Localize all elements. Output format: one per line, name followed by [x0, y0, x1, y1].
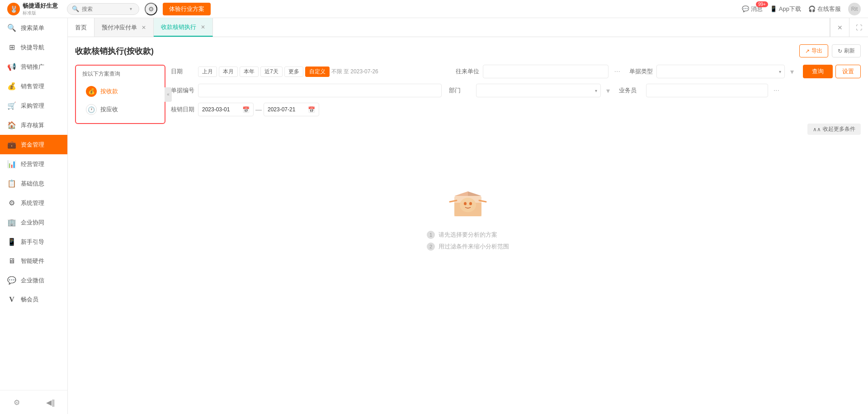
message-badge: 99+ — [756, 1, 768, 7]
export-button[interactable]: ↗ 导出 — [799, 44, 828, 57]
sidebar-item-guide[interactable]: 📱 新手引导 — [0, 232, 67, 252]
sidebar-item-member[interactable]: V 畅会员 — [0, 290, 67, 309]
setting-button[interactable]: 设置 — [835, 65, 861, 78]
filter-option-by-receivable[interactable]: 🕐 按应收 — [80, 100, 160, 119]
funds-icon: 💼 — [7, 140, 16, 149]
sidebar-item-inventory[interactable]: 🏠 库存核算 — [0, 115, 67, 135]
dept-label: 部门 — [449, 86, 472, 95]
sidebar-item-hardware[interactable]: 🖥 智能硬件 — [0, 252, 67, 271]
filter-dept-item: 部门 ▾ — [449, 84, 611, 97]
app-logo[interactable]: 🐰 畅捷通好生意 标准版 — [7, 2, 58, 16]
filter-form: 日期 上月 本月 本年 近7天 更多 自定义 — [171, 65, 861, 135]
tab-close-collection[interactable]: ✕ — [201, 24, 205, 30]
headset-icon: 🎧 — [808, 5, 816, 12]
staff-more-icon[interactable]: ··· — [772, 86, 781, 95]
warehouse-icon: 🏠 — [7, 121, 16, 129]
page-header-actions: ↗ 导出 ↻ 刷新 — [799, 44, 861, 57]
filter-section: 按以下方案查询 💰 按收款 🕐 按应收 « — [75, 65, 861, 135]
sidebar-settings-button[interactable]: ⚙ — [9, 394, 25, 410]
sidebar-item-operations[interactable]: 📊 经营管理 — [0, 154, 67, 174]
verify-date-end-input[interactable] — [268, 106, 306, 113]
date-btn-custom[interactable]: 自定义 — [305, 67, 330, 77]
filter-staff-item: 业务员 ··· — [619, 84, 781, 97]
search-icon: 🔍 — [72, 5, 79, 12]
date-btn-last-month[interactable]: 上月 — [198, 67, 217, 77]
sidebar-item-sales[interactable]: 💰 销售管理 — [0, 76, 67, 96]
dept-select[interactable] — [476, 84, 600, 97]
filter-row-2: 单据编号 部门 ▾ — [171, 84, 861, 97]
receipt-icon: 💰 — [86, 86, 97, 97]
date-label: 日期 — [171, 67, 194, 76]
tab-home[interactable]: 首页 — [68, 18, 94, 37]
industry-solution-button[interactable]: 体验行业方案 — [163, 3, 211, 15]
date-btn-this-year[interactable]: 本年 — [240, 67, 259, 77]
query-button[interactable]: 查询 — [803, 65, 833, 78]
tab-close-prepay[interactable]: ✕ — [142, 25, 146, 30]
tab-collection[interactable]: 收款核销执行 ✕ — [154, 18, 213, 37]
sidebar: 🔍 搜索菜单 ⊞ 快捷导航 📢 营销推广 💰 销售管理 🛒 采购管理 🏠 库存核… — [0, 18, 68, 414]
page-title: 收款核销执行(按收款) — [75, 46, 154, 57]
collapse-more-button[interactable]: ∧∧ 收起更多条件 — [807, 124, 861, 135]
collapse-more-container: ∧∧ 收起更多条件 — [171, 124, 861, 135]
docno-input[interactable] — [198, 84, 442, 97]
sidebar-item-wechat[interactable]: 💬 企业微信 — [0, 271, 67, 290]
date-group: 上月 本月 本年 近7天 更多 自定义 不限 至 2023-07-26 — [198, 67, 448, 77]
doctype-more-icon[interactable]: ▾ — [788, 67, 796, 76]
doctype-select[interactable] — [656, 65, 785, 78]
chevron-down-icon[interactable]: ▾ — [130, 6, 132, 11]
tab-maximize-button[interactable]: ⛶ — [849, 18, 868, 37]
date-btn-this-month[interactable]: 本月 — [219, 67, 238, 77]
svg-point-4 — [460, 198, 476, 212]
dept-chevron-icon[interactable]: ▾ — [604, 86, 612, 95]
sidebar-item-search[interactable]: 🔍 搜索菜单 — [0, 18, 67, 38]
staff-input[interactable] — [646, 84, 768, 97]
search-bar[interactable]: 🔍 ▾ — [67, 3, 139, 15]
svg-point-5 — [464, 202, 467, 205]
sidebar-item-basics[interactable]: 📋 基础信息 — [0, 174, 67, 193]
tab-prepay[interactable]: 预付冲应付单 ✕ — [94, 18, 154, 37]
refresh-icon: ↻ — [838, 48, 842, 54]
calendar-end-icon[interactable]: 📅 — [308, 106, 315, 113]
verify-date-end-wrap: 📅 — [264, 103, 319, 116]
counterpart-more-icon[interactable]: ··· — [612, 67, 622, 76]
empty-hint-2: 2 用过滤条件来缩小分析范围 — [427, 243, 509, 251]
empty-hint-1: 1 请先选择要分析的方案 — [427, 231, 509, 239]
user-menu[interactable]: Rit — [848, 3, 861, 15]
filter-counterpart-item: 往来单位 ··· — [456, 65, 622, 78]
sidebar-item-marketing[interactable]: 📢 营销推广 — [0, 57, 67, 76]
counterpart-label: 往来单位 — [456, 67, 479, 76]
hint-num-2: 2 — [427, 243, 435, 251]
staff-label: 业务员 — [619, 86, 642, 95]
date-btn-more[interactable]: 更多 — [284, 67, 303, 77]
verify-date-start-input[interactable] — [202, 106, 241, 113]
hint-num-1: 1 — [427, 231, 435, 239]
sidebar-item-system[interactable]: ⚙ 系统管理 — [0, 193, 67, 213]
svg-marker-1 — [454, 191, 468, 196]
sidebar-item-quick-nav[interactable]: ⊞ 快捷导航 — [0, 38, 67, 57]
filter-option-by-receipt[interactable]: 💰 按收款 — [80, 82, 160, 100]
page-inner: 收款核销执行(按收款) ↗ 导出 ↻ 刷新 — [68, 37, 868, 414]
search-input[interactable] — [82, 6, 127, 12]
system-icon: ⚙ — [7, 199, 16, 207]
app-download-button[interactable]: 📱 App下载 — [770, 5, 801, 13]
sidebar-item-purchase[interactable]: 🛒 采购管理 — [0, 96, 67, 115]
filter-panel-container: 按以下方案查询 💰 按收款 🕐 按应收 « — [75, 65, 165, 135]
filter-buttons: 查询 设置 — [803, 65, 861, 78]
settings-icon[interactable]: ⚙ — [145, 3, 157, 15]
tab-close-button[interactable]: ✕ — [830, 18, 849, 37]
counterpart-input[interactable] — [483, 65, 609, 78]
calendar-start-icon[interactable]: 📅 — [242, 106, 250, 113]
page-header: 收款核销执行(按收款) ↗ 导出 ↻ 刷新 — [75, 44, 861, 57]
wechat-icon: 💬 — [7, 276, 16, 285]
member-icon: V — [7, 295, 16, 304]
sidebar-collapse-button[interactable]: ◀‖ — [42, 394, 59, 410]
date-btn-7days[interactable]: 近7天 — [260, 67, 283, 77]
money-icon: 💰 — [7, 82, 16, 90]
online-service-button[interactable]: 🎧 在线客服 — [808, 5, 841, 13]
message-button[interactable]: 💬 消息 99+ — [742, 5, 763, 13]
sidebar-item-enterprise[interactable]: 🏢 企业协同 — [0, 213, 67, 232]
sidebar-item-funds[interactable]: 💼 资金管理 — [0, 135, 67, 154]
refresh-button[interactable]: ↻ 刷新 — [832, 44, 861, 57]
export-icon: ↗ — [805, 48, 810, 54]
filter-panel-collapse-button[interactable]: « — [165, 87, 172, 102]
